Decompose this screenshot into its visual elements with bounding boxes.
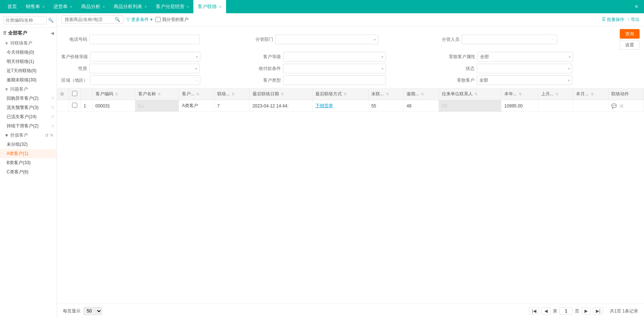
nav-customer-contact[interactable]: 客户联络 × <box>193 0 226 13</box>
col-last-month: 上月... ⇅ <box>538 88 573 100</box>
my-customer-checkbox[interactable] <box>155 17 161 22</box>
sort-date-icon[interactable]: ⇅ <box>281 92 284 96</box>
arrow-down-icon-3: ▼ <box>4 133 9 138</box>
last-contact-method-link[interactable]: 下销货单 <box>315 103 333 108</box>
sort-overdue-icon[interactable]: ⇅ <box>421 92 424 96</box>
sidebar-item-near7-pending[interactable]: 近7天待联络(0) <box>0 66 57 75</box>
nav-customer-segment[interactable]: 客户分层经营 × <box>151 0 193 13</box>
nav-product-analysis-list[interactable]: 商品分析列表 × <box>109 0 151 13</box>
nav-sales[interactable]: 销售单 × <box>21 0 49 13</box>
prev-page-button[interactable]: ◀ <box>541 307 551 315</box>
sidebar: 🔍 ⠿ 全部客户 ◀ ▼ 待联络客户 今天待联络(0) 明天待联络(1) 近7天… <box>0 13 57 318</box>
total-records: 共1页 1条记录 <box>610 308 638 314</box>
sort-name-icon[interactable]: ⇅ <box>158 92 161 96</box>
retail-attr-select[interactable]: 全部 ▾ <box>477 52 573 61</box>
settings-button[interactable]: 设置 <box>620 40 640 50</box>
nav-purchase[interactable]: 进货单 × <box>49 0 76 13</box>
select-all-checkbox[interactable] <box>72 91 77 96</box>
sidebar-item-class-b[interactable]: B类客户(33) <box>0 158 57 167</box>
content-area: 🔍 ▽ 更多条件 ▾ 我分管的客户 ☰ 批量操作 ↑ 导出 <box>57 13 644 318</box>
sidebar-search-icon[interactable]: 🔍 <box>48 18 54 23</box>
sidebar-collapse-icon[interactable]: ◀ <box>51 31 54 36</box>
filter-icon: ▽ <box>126 17 130 22</box>
help-icon-4: ? <box>51 124 54 128</box>
page-size-label: 每页显示 <box>63 308 80 314</box>
pending-contact-label: 待联络客户 <box>10 40 32 46</box>
more-filter-button[interactable]: ▽ 更多条件 ▾ <box>126 17 153 23</box>
page-suffix: 页 <box>575 308 579 314</box>
sort-this-month-icon[interactable]: ⇅ <box>591 92 594 96</box>
problem-customers-group: ▼ 问题客户 <box>0 85 57 94</box>
nav-product-analysis[interactable]: 商品分析 × <box>77 0 109 13</box>
sort-this-year-icon[interactable]: ⇅ <box>519 92 522 96</box>
col-last-contact-method: 最后联络方式 ⇅ <box>312 88 368 100</box>
batch-operation-button[interactable]: ☰ 批量操作 <box>602 17 625 23</box>
toolbar: 🔍 ▽ 更多条件 ▾ 我分管的客户 ☰ 批量操作 ↑ 导出 <box>57 13 644 26</box>
filter-row-1: 电话号码 分管部门 ▾ 分管人员 ··· <box>61 29 640 50</box>
table-settings-icon[interactable]: ⚙ <box>60 91 64 97</box>
arrow-down-icon-2: ▼ <box>4 87 9 92</box>
page-number-input[interactable] <box>559 307 573 315</box>
phone-input[interactable] <box>89 35 200 44</box>
chat-icon[interactable]: 💬 <box>611 103 617 109</box>
close-customer-contact-icon[interactable]: × <box>219 4 221 9</box>
sort-contact-icon[interactable]: ⇅ <box>232 92 235 96</box>
customer-type-select[interactable] <box>283 75 386 85</box>
col-checkbox <box>69 88 80 100</box>
retail-attr-arrow-icon: ▾ <box>569 55 570 59</box>
dept-select[interactable]: ▾ <box>275 35 378 44</box>
sidebar-item-lost-prewarning[interactable]: 流失预警客户(3) ? <box>0 103 57 112</box>
close-customer-segment-icon[interactable]: × <box>187 4 189 9</box>
price-level-arrow-icon: ▾ <box>196 55 198 59</box>
payment-select[interactable]: ▾ <box>283 64 386 73</box>
nature-select[interactable]: ▾ <box>89 64 200 73</box>
sort-last-month-icon[interactable]: ⇅ <box>555 92 558 96</box>
sidebar-item-keep-declining[interactable]: 持续下滑客户(2) ? <box>0 121 57 131</box>
all-customers-header[interactable]: ⠿ 全部客户 ◀ <box>0 28 57 39</box>
row-gear <box>57 100 69 112</box>
sidebar-item-repurchase-abnormal[interactable]: 回购异常客户(2) ? <box>0 94 57 103</box>
close-all-button[interactable]: × <box>632 3 641 10</box>
last-page-button[interactable]: ▶| <box>593 307 603 315</box>
phone-label: 电话号码 <box>61 36 87 43</box>
query-button[interactable]: 查询 <box>620 29 640 39</box>
area-arrow-icon: ··· <box>195 78 198 82</box>
customer-level-select[interactable]: ▾ <box>283 52 386 61</box>
sort-category-icon[interactable]: ⇅ <box>196 92 199 96</box>
close-product-analysis-icon[interactable]: × <box>103 4 105 9</box>
sidebar-item-already-lost[interactable]: 已流失客户(24) ? <box>0 112 57 121</box>
main-search-input[interactable] <box>65 17 112 22</box>
export-button[interactable]: ↑ 导出 <box>627 17 640 23</box>
status-select[interactable]: ▾ <box>477 64 572 73</box>
retail-customer-select[interactable]: 全部 ▾ <box>477 75 572 85</box>
price-level-select[interactable]: ▾ <box>90 52 200 61</box>
next-page-button[interactable]: ▶ <box>582 307 591 315</box>
sidebar-item-today-pending[interactable]: 今天待联络(0) <box>0 48 57 57</box>
first-page-button[interactable]: |◀ <box>529 307 539 315</box>
sort-code-icon[interactable]: ⇅ <box>115 92 118 96</box>
sidebar-item-unclassified[interactable]: 未分组(32) <box>0 140 57 149</box>
sidebar-item-class-c[interactable]: C类客户(6) <box>0 167 57 177</box>
main-search-icon[interactable]: 🔍 <box>115 17 120 22</box>
row-select-checkbox[interactable] <box>72 103 77 108</box>
area-select[interactable]: ··· <box>90 75 200 85</box>
person-select[interactable]: ··· <box>462 35 557 44</box>
close-product-analysis-list-icon[interactable]: × <box>144 4 147 9</box>
sidebar-item-overdue-pending[interactable]: 逾期未联络(30) <box>0 75 57 85</box>
refresh-icon[interactable]: ↺ <box>45 133 49 138</box>
qr-icon[interactable]: ⊞ <box>620 103 623 109</box>
sidebar-search-input[interactable] <box>3 16 47 24</box>
sort-unit-contact-icon[interactable]: ⇅ <box>475 92 477 96</box>
sidebar-item-tomorrow-pending[interactable]: 明天待联络(1) <box>0 57 57 66</box>
page-size-select[interactable]: 50 100 200 <box>83 307 102 315</box>
status-label: 状态 <box>449 66 475 72</box>
sidebar-item-class-a[interactable]: A类客户(1) <box>0 149 57 158</box>
close-sales-icon[interactable]: × <box>42 4 44 9</box>
sort-method-icon[interactable]: ⇅ <box>344 92 347 96</box>
close-purchase-icon[interactable]: × <box>70 4 72 9</box>
sort-no-contact-icon[interactable]: ⇅ <box>386 92 389 96</box>
edit-icon[interactable]: ✎ <box>50 133 54 138</box>
nav-home[interactable]: 首页 <box>3 0 21 13</box>
col-no-contact: 未联... ⇅ <box>368 88 404 100</box>
my-customer-checkbox-area[interactable]: 我分管的客户 <box>155 17 189 23</box>
